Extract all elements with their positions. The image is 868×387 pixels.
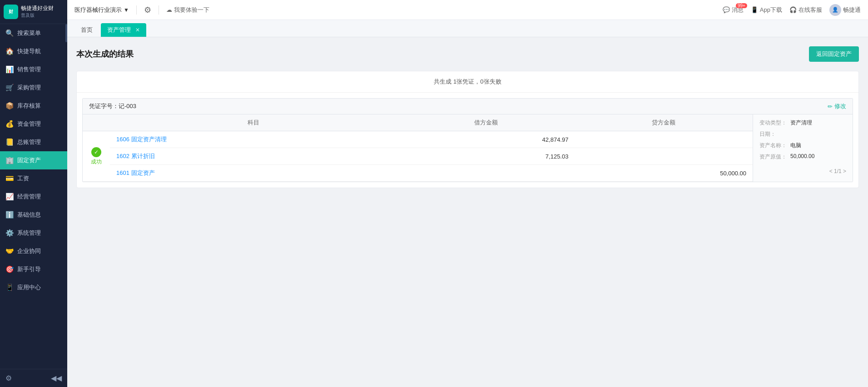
voucher-block: 凭证字号：记-003 ✏ 修改 科目	[82, 98, 853, 182]
topbar: 医疗器械行业演示 ▼ ⚙ ☁ 我要体验一下 💬 消息 99+ 📱 App下载 🎧…	[67, 0, 868, 20]
sidebar-item-basic-info[interactable]: ℹ️ 基础信息	[0, 206, 67, 224]
sidebar-footer: ⚙ ◀◀	[0, 369, 67, 387]
side-asset-name-row: 资产名称： 电脑	[759, 142, 846, 149]
table-row: 1602 累计折旧 7,125.03	[83, 148, 753, 165]
message-button[interactable]: 💬 消息 99+	[723, 6, 744, 14]
app-download-button[interactable]: 📱 App下载	[751, 6, 782, 14]
voucher-header: 凭证字号：记-003 ✏ 修改	[83, 99, 853, 114]
asset-value-label: 资产原值：	[759, 153, 787, 161]
col-header-subject: 科目	[110, 114, 397, 131]
operations-icon: 📈	[5, 193, 14, 201]
app-logo-text: 畅捷通好业财 普及版	[21, 5, 54, 19]
purchase-icon: 🛒	[5, 84, 14, 92]
online-service-button[interactable]: 🎧 在线客服	[789, 6, 822, 14]
asset-value-value: 50,000.00	[790, 153, 814, 161]
return-button[interactable]: 返回固定资产	[809, 46, 859, 62]
page-content: 本次生成的结果 返回固定资产 共生成 1张凭证，0张失败 凭证字号：记-003 …	[67, 37, 868, 387]
sidebar-nav: 🔍 搜索菜单 🏠 快捷导航 📊 销售管理 🛒 采购管理 📦 库存核算 💰 资金管…	[0, 24, 67, 369]
status-cell: ✓ 成功	[83, 131, 110, 182]
page-title-row: 本次生成的结果 返回固定资产	[76, 46, 859, 62]
tab-asset-mgmt[interactable]: 资产管理 ✕	[101, 23, 146, 37]
voucher-table: 科目 借方金额 贷方金额 ✓ 成	[83, 114, 753, 182]
debit-cell-2: 7,125.03	[397, 148, 575, 165]
change-type-label: 变动类型：	[759, 119, 787, 127]
col-header-credit: 贷方金额	[575, 114, 753, 131]
side-asset-value-row: 资产原值： 50,000.00	[759, 153, 846, 161]
credit-cell-1	[575, 131, 753, 148]
voucher-table-area: 科目 借方金额 贷方金额 ✓ 成	[83, 114, 753, 182]
table-row: 1601 固定资产 50,000.00	[83, 165, 753, 182]
nav-tabs: 首页 资产管理 ✕	[67, 20, 868, 37]
debit-cell-3	[397, 165, 575, 182]
tab-home[interactable]: 首页	[74, 23, 99, 37]
project-name: 医疗器械行业演示	[74, 6, 122, 14]
sidebar-item-app-center[interactable]: 📱 应用中心	[0, 278, 67, 297]
sidebar-item-inventory[interactable]: 📦 库存核算	[0, 97, 67, 115]
voucher-content: 科目 借方金额 贷方金额 ✓ 成	[83, 114, 853, 182]
voucher-pagination[interactable]: < 1/1 >	[759, 168, 846, 174]
change-type-value: 资产清理	[790, 119, 812, 127]
message-badge: 99+	[736, 3, 747, 8]
sidebar-item-operations[interactable]: 📈 经营管理	[0, 188, 67, 206]
collapse-icon[interactable]: ◀◀	[51, 374, 62, 382]
fixed-assets-icon: 🏢	[5, 156, 14, 164]
side-change-type-row: 变动类型： 资产清理	[759, 119, 846, 127]
voucher-side-info: 变动类型： 资产清理 日期： 资产名称： 电脑 资产原值：	[753, 114, 853, 182]
col-header-status	[83, 114, 110, 131]
credit-cell-3: 50,000.00	[575, 165, 753, 182]
system-icon: ⚙️	[5, 229, 14, 237]
cloud-icon: ☁	[166, 6, 172, 13]
result-panel: 共生成 1张凭证，0张失败 凭证字号：记-003 ✏ 修改	[76, 71, 859, 188]
topbar-divider-2	[159, 5, 159, 15]
cooperation-icon: 🤝	[5, 247, 14, 255]
edit-icon: ✏	[828, 103, 833, 110]
topbar-settings-button[interactable]: ⚙	[144, 5, 151, 15]
settings-footer-icon[interactable]: ⚙	[5, 374, 12, 382]
subject-cell-1[interactable]: 1606 固定资产清理	[110, 131, 397, 148]
sidebar-item-quick-nav[interactable]: 🏠 快捷导航	[0, 42, 67, 60]
success-text: 成功	[91, 158, 102, 166]
success-badge: ✓ 成功	[89, 147, 104, 166]
table-row: ✓ 成功 1606 固定资产清理 42,874.97	[83, 131, 753, 148]
sidebar-item-cooperation[interactable]: 🤝 企业协同	[0, 242, 67, 260]
date-label: 日期：	[759, 130, 776, 138]
check-circle-icon: ✓	[91, 147, 101, 157]
experience-button[interactable]: ☁ 我要体验一下	[166, 6, 209, 14]
app-center-icon: 📱	[5, 283, 14, 292]
sales-icon: 📊	[5, 65, 14, 74]
inventory-icon: 📦	[5, 102, 14, 110]
credit-cell-2	[575, 148, 753, 165]
asset-name-value: 电脑	[790, 142, 801, 149]
search-icon: 🔍	[5, 29, 14, 37]
result-summary: 共生成 1张凭证，0张失败	[77, 71, 858, 93]
topbar-divider-1	[136, 5, 137, 15]
subject-cell-2[interactable]: 1602 累计折旧	[110, 148, 397, 165]
user-menu[interactable]: 👤 畅捷通	[829, 4, 861, 16]
sidebar-item-funds[interactable]: 💰 资金管理	[0, 115, 67, 133]
sidebar-item-search[interactable]: 🔍 搜索菜单	[0, 24, 67, 42]
side-date-row: 日期：	[759, 130, 846, 138]
sidebar-item-guide[interactable]: 🎯 新手引导	[0, 260, 67, 278]
sidebar-item-system[interactable]: ⚙️ 系统管理	[0, 224, 67, 242]
payroll-icon: 💳	[5, 174, 14, 183]
voucher-id: 凭证字号：记-003	[89, 102, 136, 110]
sidebar-item-fixed-assets[interactable]: 🏢 固定资产	[0, 151, 67, 169]
ledger-icon: 📒	[5, 138, 14, 146]
avatar: 👤	[829, 4, 841, 16]
sidebar-item-ledger[interactable]: 📒 总账管理	[0, 133, 67, 151]
sidebar-item-payroll[interactable]: 💳 工资	[0, 169, 67, 188]
message-icon: 💬	[723, 6, 730, 13]
tab-close-icon[interactable]: ✕	[135, 27, 140, 33]
chevron-down-icon: ▼	[124, 7, 129, 13]
sidebar: 财 畅捷通好业财 普及版 🔍 搜索菜单 🏠 快捷导航 📊 销售管理 🛒 采购管理…	[0, 0, 67, 387]
sidebar-item-sales[interactable]: 📊 销售管理	[0, 60, 67, 79]
sidebar-item-purchase[interactable]: 🛒 采购管理	[0, 79, 67, 97]
voucher-edit-button[interactable]: ✏ 修改	[828, 102, 846, 110]
mobile-icon: 📱	[751, 6, 758, 13]
subject-cell-3[interactable]: 1601 固定资产	[110, 165, 397, 182]
home-icon: 🏠	[5, 47, 14, 55]
funds-icon: 💰	[5, 120, 14, 128]
topbar-right: 💬 消息 99+ 📱 App下载 🎧 在线客服 👤 畅捷通	[723, 4, 861, 16]
project-selector[interactable]: 医疗器械行业演示 ▼	[74, 6, 129, 14]
app-logo-icon: 财	[4, 5, 18, 19]
